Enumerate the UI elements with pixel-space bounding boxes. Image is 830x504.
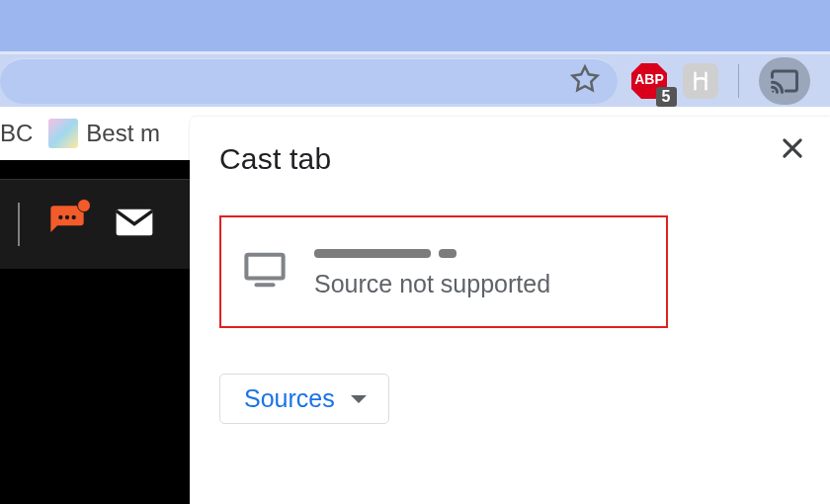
- mail-button[interactable]: [115, 207, 154, 242]
- cast-device-item[interactable]: Source not supported: [219, 215, 668, 328]
- close-button[interactable]: [779, 134, 806, 166]
- omnibox[interactable]: [0, 58, 618, 104]
- cast-device-texts: Source not supported: [314, 246, 550, 298]
- mail-icon: [115, 207, 154, 238]
- bookmark-favicon: [48, 119, 78, 148]
- omnibox-row: ABP 5: [0, 51, 830, 107]
- nav-separator: [18, 203, 20, 246]
- svg-point-5: [64, 215, 68, 219]
- extension-separator: [738, 64, 740, 98]
- tabstrip: [0, 0, 830, 51]
- cast-popup: Cast tab Source not supported Sources: [190, 117, 830, 504]
- svg-rect-8: [246, 255, 283, 279]
- bookmark-label: Best m: [86, 120, 160, 147]
- bookmark-item-bc[interactable]: BC: [0, 107, 33, 160]
- bookmark-item-bestm[interactable]: Best m: [48, 107, 160, 160]
- honey-extension-button[interactable]: [683, 63, 718, 99]
- svg-point-3: [772, 90, 774, 92]
- svg-marker-0: [572, 67, 597, 91]
- abp-extension-button[interactable]: ABP 5: [629, 61, 669, 101]
- bookmark-label: BC: [0, 120, 33, 147]
- sources-button[interactable]: Sources: [219, 374, 389, 424]
- cast-extension-button[interactable]: [759, 57, 810, 105]
- chat-button[interactable]: [47, 203, 87, 246]
- cast-device-name-redacted: [314, 246, 462, 262]
- sources-label: Sources: [244, 384, 335, 413]
- svg-point-4: [58, 215, 62, 219]
- bookmark-star-icon[interactable]: [570, 64, 600, 98]
- cast-device-status: Source not supported: [314, 270, 550, 298]
- monitor-icon: [243, 250, 287, 294]
- svg-point-6: [71, 215, 75, 219]
- cast-popup-title: Cast tab: [219, 142, 800, 176]
- close-icon: [779, 134, 806, 162]
- chevron-down-icon: [349, 392, 369, 406]
- abp-badge: 5: [656, 87, 677, 107]
- chat-notification-dot: [77, 199, 91, 212]
- svg-text:ABP: ABP: [634, 71, 664, 87]
- extensions-area: ABP 5: [629, 60, 821, 101]
